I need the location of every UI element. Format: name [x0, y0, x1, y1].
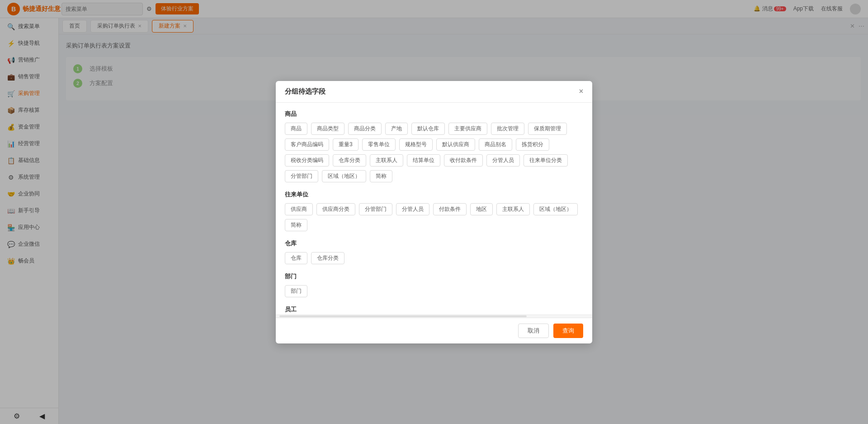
section-title-1: 往来单位 — [285, 191, 583, 199]
field-tag-0-23[interactable]: 区域（地区） — [322, 170, 366, 182]
modal-overlay: 分组待选字段 × 商品商品商品类型商品分类产地默认仓库主要供应商批次管理保质期管… — [0, 0, 868, 424]
field-section-0: 商品商品商品类型商品分类产地默认仓库主要供应商批次管理保质期管理客户商品编码重量… — [285, 110, 583, 182]
field-tag-1-5[interactable]: 地区 — [470, 203, 493, 215]
field-tag-1-6[interactable]: 主联系人 — [496, 203, 530, 215]
modal: 分组待选字段 × 商品商品商品类型商品分类产地默认仓库主要供应商批次管理保质期管… — [276, 81, 592, 343]
hscroll-bar — [279, 315, 527, 317]
field-tag-0-24[interactable]: 简称 — [370, 170, 392, 182]
field-tag-1-3[interactable]: 分管人员 — [396, 203, 429, 215]
field-tag-0-5[interactable]: 主要供应商 — [448, 123, 487, 135]
field-tag-1-4[interactable]: 付款条件 — [433, 203, 467, 215]
field-tags-2: 仓库仓库分类 — [285, 252, 583, 264]
section-title-3: 部门 — [285, 272, 583, 281]
field-tag-0-9[interactable]: 重量3 — [333, 138, 359, 151]
modal-body: 商品商品商品类型商品分类产地默认仓库主要供应商批次管理保质期管理客户商品编码重量… — [276, 103, 592, 315]
field-tags-1: 供应商供应商分类分管部门分管人员付款条件地区主联系人区域（地区）简称 — [285, 203, 583, 231]
field-tag-1-0[interactable]: 供应商 — [285, 203, 313, 215]
field-section-4: 员工业务员 — [285, 305, 583, 315]
field-tag-0-16[interactable]: 仓库分类 — [333, 154, 366, 167]
field-section-1: 往来单位供应商供应商分类分管部门分管人员付款条件地区主联系人区域（地区）简称 — [285, 191, 583, 231]
field-tag-0-15[interactable]: 税收分类编码 — [285, 154, 329, 167]
field-tag-0-17[interactable]: 主联系人 — [370, 154, 403, 167]
field-tag-2-1[interactable]: 仓库分类 — [311, 252, 344, 264]
cancel-button[interactable]: 取消 — [518, 324, 549, 338]
field-tags-0: 商品商品类型商品分类产地默认仓库主要供应商批次管理保质期管理客户商品编码重量3零… — [285, 123, 583, 182]
field-tag-3-0[interactable]: 部门 — [285, 285, 307, 297]
field-tag-0-14[interactable]: 拣货积分 — [516, 138, 549, 151]
field-tag-0-7[interactable]: 保质期管理 — [528, 123, 567, 135]
section-title-2: 仓库 — [285, 239, 583, 248]
field-tag-0-11[interactable]: 规格型号 — [399, 138, 433, 151]
field-tag-0-19[interactable]: 收付款条件 — [444, 154, 483, 167]
modal-header: 分组待选字段 × — [276, 81, 592, 103]
section-title-4: 员工 — [285, 305, 583, 314]
field-tag-0-18[interactable]: 结算单位 — [407, 154, 440, 167]
field-tag-0-13[interactable]: 商品别名 — [479, 138, 512, 151]
field-tag-0-2[interactable]: 商品分类 — [348, 123, 382, 135]
field-tags-3: 部门 — [285, 285, 583, 297]
field-tag-0-0[interactable]: 商品 — [285, 123, 307, 135]
field-tag-0-4[interactable]: 默认仓库 — [411, 123, 445, 135]
section-title-0: 商品 — [285, 110, 583, 118]
field-tag-0-6[interactable]: 批次管理 — [491, 123, 524, 135]
field-tag-1-2[interactable]: 分管部门 — [359, 203, 392, 215]
field-tag-0-22[interactable]: 分管部门 — [285, 170, 318, 182]
field-tag-0-10[interactable]: 零售单位 — [362, 138, 396, 151]
field-tag-0-20[interactable]: 分管人员 — [486, 154, 520, 167]
field-section-2: 仓库仓库仓库分类 — [285, 239, 583, 264]
field-section-3: 部门部门 — [285, 272, 583, 297]
field-tag-1-1[interactable]: 供应商分类 — [316, 203, 355, 215]
field-tag-0-3[interactable]: 产地 — [385, 123, 408, 135]
field-tag-0-12[interactable]: 默认供应商 — [436, 138, 475, 151]
field-tag-2-0[interactable]: 仓库 — [285, 252, 307, 264]
modal-footer: 取消 查询 — [276, 318, 592, 343]
field-tag-0-1[interactable]: 商品类型 — [311, 123, 344, 135]
field-tag-1-8[interactable]: 简称 — [285, 219, 307, 231]
field-tag-0-8[interactable]: 客户商品编码 — [285, 138, 329, 151]
field-tag-1-7[interactable]: 区域（地区） — [533, 203, 578, 215]
modal-title: 分组待选字段 — [285, 87, 326, 96]
confirm-button[interactable]: 查询 — [553, 324, 583, 338]
modal-close-btn[interactable]: × — [579, 87, 583, 95]
field-tag-0-21[interactable]: 往来单位分类 — [524, 154, 568, 167]
